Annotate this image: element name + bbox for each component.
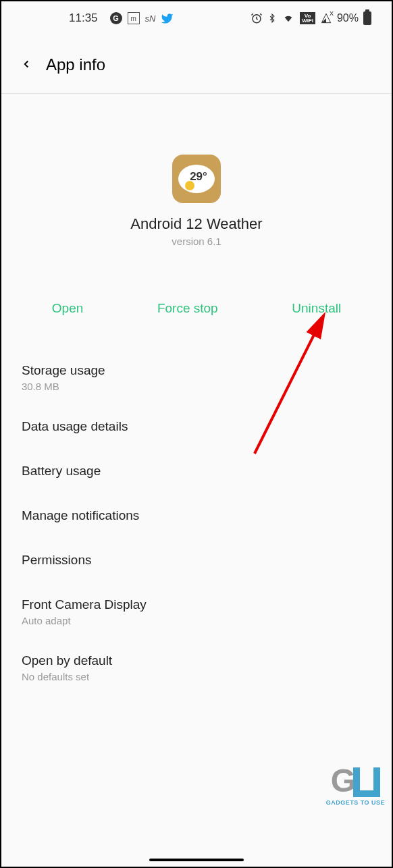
twitter-icon — [161, 12, 174, 25]
status-time: 11:35 — [69, 11, 98, 25]
alarm-icon — [251, 12, 263, 24]
navigation-bar[interactable] — [149, 859, 244, 861]
wifi-icon — [282, 13, 295, 24]
battery-icon — [363, 11, 371, 25]
data-usage-item[interactable]: Data usage details — [22, 406, 371, 450]
action-row: Open Force stop Uninstall — [1, 274, 392, 350]
open-by-default-item[interactable]: Open by default No defaults set — [22, 640, 371, 696]
app-name: Android 12 Weather — [1, 215, 392, 233]
bluetooth-icon — [267, 12, 277, 24]
notification-icon: sN — [145, 13, 156, 24]
storage-usage-item[interactable]: Storage usage 30.8 MB — [22, 350, 371, 406]
force-stop-button[interactable]: Force stop — [157, 301, 218, 316]
vowifi-icon: VoWiFi — [300, 12, 315, 24]
manage-notifications-item[interactable]: Manage notifications — [22, 495, 371, 539]
front-camera-item[interactable]: Front Camera Display Auto adapt — [22, 584, 371, 640]
app-notification-icon: m — [128, 12, 140, 24]
app-icon: 29° — [172, 155, 221, 203]
signal-icon: X — [320, 13, 332, 24]
status-bar: 11:35 G m sN VoWiFi X 90% — [1, 1, 392, 35]
page-title: App info — [46, 55, 105, 74]
battery-percentage: 90% — [337, 12, 359, 24]
open-button[interactable]: Open — [52, 301, 83, 316]
header: App info — [1, 35, 392, 88]
google-icon: G — [110, 12, 122, 24]
watermark: G GADGETS TO USE — [326, 765, 385, 806]
uninstall-button[interactable]: Uninstall — [292, 301, 341, 316]
permissions-item[interactable]: Permissions — [22, 539, 371, 584]
back-icon[interactable] — [20, 55, 32, 74]
battery-usage-item[interactable]: Battery usage — [22, 450, 371, 495]
sun-icon — [185, 181, 194, 190]
app-info-section: 29° Android 12 Weather version 6.1 — [1, 94, 392, 274]
settings-list: Storage usage 30.8 MB Data usage details… — [1, 350, 392, 696]
app-version: version 6.1 — [1, 236, 392, 247]
